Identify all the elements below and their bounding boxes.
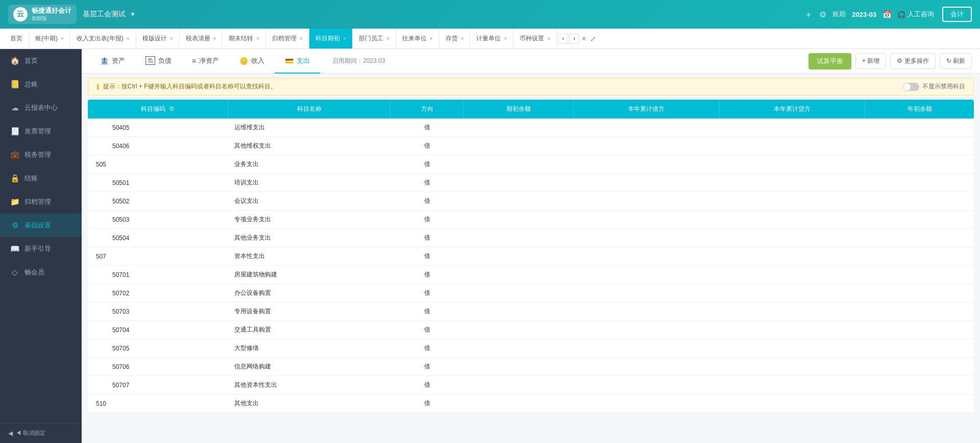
tab-close-icon[interactable]: × xyxy=(430,36,433,41)
sidebar-label-tax: 税务管理 xyxy=(24,150,51,159)
tab-close-icon[interactable]: × xyxy=(170,36,173,41)
sidebar-label-closing: 结账 xyxy=(24,174,38,183)
tab-inventory[interactable]: 存货 × xyxy=(439,29,471,49)
tab-next-button[interactable]: › xyxy=(569,34,579,44)
add-company-button[interactable]: ＋ xyxy=(804,8,813,20)
sub-tab-equity[interactable]: ≡ 净资产 xyxy=(182,49,229,74)
sidebar-item-closing[interactable]: 🔒 结账 xyxy=(0,167,82,190)
toggle-disabled-label: 不显示禁用科目 xyxy=(922,82,965,91)
cell-name: 大型修缮 xyxy=(228,339,390,358)
sidebar-item-member[interactable]: ◇ 畅会员 xyxy=(0,261,82,284)
sub-tab-asset[interactable]: 🏦 资产 xyxy=(90,49,135,74)
add-button[interactable]: + 新增 xyxy=(855,53,886,69)
tab-close-icon[interactable]: × xyxy=(256,36,259,41)
sidebar-item-archive[interactable]: 📁 归档管理 xyxy=(0,190,82,214)
tab-expand-button[interactable]: ⤢ xyxy=(588,35,598,43)
tab-home[interactable]: 首页 xyxy=(4,29,29,49)
sub-tab-liability[interactable]: 负 负债 xyxy=(135,49,182,74)
tab-tax[interactable]: 税表清册 × xyxy=(180,29,223,49)
cell-debit-ytd xyxy=(574,174,719,192)
tab-archive[interactable]: 归档管理 × xyxy=(266,29,309,49)
more-button[interactable]: ⚙ 更多操作 xyxy=(890,53,935,69)
sidebar-item-tax[interactable]: 💼 税务管理 xyxy=(0,143,82,167)
tab-close-icon[interactable]: × xyxy=(61,36,64,41)
tab-dept-employee[interactable]: 部门员工 × xyxy=(353,29,396,49)
tab-contacts[interactable]: 往来单位 × xyxy=(396,29,439,49)
tab-period-end[interactable]: 期末结转 × xyxy=(223,29,266,49)
sub-tabs: 🏦 资产 负 负债 ≡ 净资产 🪙 收入 💳 支出 启用期间：2023.03 试… xyxy=(82,49,980,74)
table-row[interactable]: 50502会议支出借 xyxy=(88,192,974,211)
table-row[interactable]: 507资本性支出借 xyxy=(88,247,974,266)
refresh-button[interactable]: ↻ 刷新 xyxy=(940,53,972,69)
closing-icon: 🔒 xyxy=(10,174,19,183)
tab-subject-init[interactable]: 科目期初 × xyxy=(309,29,353,49)
tab-prev-button[interactable]: ‹ xyxy=(558,34,568,44)
table-row[interactable]: 50704交通工具购置借 xyxy=(88,321,974,339)
sub-tab-income[interactable]: 🪙 收入 xyxy=(229,49,275,74)
table-row[interactable]: 50707其他资本性支出借 xyxy=(88,376,974,394)
tab-close-icon[interactable]: × xyxy=(343,36,346,41)
table-row[interactable]: 505业务支出借 xyxy=(88,155,974,174)
table-row[interactable]: 50406其他维权支出借 xyxy=(88,137,974,155)
table-row[interactable]: 50501培训支出借 xyxy=(88,174,974,192)
table-row[interactable]: 50703专用设备购置借 xyxy=(88,302,974,321)
balance-button[interactable]: 试算平衡 xyxy=(808,53,851,69)
sidebar-item-invoice[interactable]: 🧾 发票管理 xyxy=(0,120,82,143)
table-row[interactable]: 50701房屋建筑物购建借 xyxy=(88,266,974,284)
tab-close-icon[interactable]: × xyxy=(461,36,464,41)
cell-code: 50701 xyxy=(88,266,228,284)
period-info: 启用期间：2023.03 xyxy=(332,57,385,65)
cell-debit-ytd xyxy=(574,321,719,339)
cell-direction: 借 xyxy=(390,211,464,229)
settings-icon[interactable]: ⚙ xyxy=(819,10,826,19)
account-button[interactable]: 会计 xyxy=(942,7,972,22)
sidebar-item-ledger[interactable]: 📒 总账 xyxy=(0,73,82,96)
table-row[interactable]: 50706信息网络购建借 xyxy=(88,358,974,376)
table-row[interactable]: 50705大型修缮借 xyxy=(88,339,974,358)
tab-close-all-button[interactable]: × xyxy=(579,34,588,43)
tab-close-icon[interactable]: × xyxy=(547,36,550,41)
tab-mid-period[interactable]: 账(中期) × xyxy=(29,29,70,49)
cell-code: 50504 xyxy=(88,229,228,247)
hint-icon: ℹ xyxy=(96,83,99,91)
period-calendar-icon[interactable]: 📅 xyxy=(883,10,891,18)
archive-icon: 📁 xyxy=(10,197,19,206)
app-logo[interactable]: 云 畅捷通好会计 旗舰版 xyxy=(8,5,77,24)
sidebar-item-home[interactable]: 🏠 首页 xyxy=(0,49,82,73)
sidebar-item-settings[interactable]: ⚙ 基础设置 xyxy=(0,214,82,237)
table-row[interactable]: 50504其他业务支出借 xyxy=(88,229,974,247)
table-row[interactable]: 50702办公设备购置借 xyxy=(88,284,974,302)
company-dropdown-icon[interactable]: ▼ xyxy=(130,11,136,18)
tab-close-icon[interactable]: × xyxy=(213,36,216,41)
tab-income-annual[interactable]: 收入支出表(年报) × xyxy=(70,29,136,49)
cell-debit-ytd xyxy=(574,284,719,302)
col-debit-ytd: 本年累计借方 xyxy=(574,100,719,119)
sidebar-collapse-button[interactable]: ◀ ◀ 取消固定 xyxy=(8,429,74,437)
sidebar-item-guide[interactable]: 📖 新手引导 xyxy=(0,237,82,261)
tab-close-icon[interactable]: × xyxy=(504,36,507,41)
sidebar-item-report[interactable]: ☁ 云报表中心 xyxy=(0,96,82,120)
table-row[interactable]: 510其他支出借 xyxy=(88,394,974,413)
cell-direction: 借 xyxy=(390,247,464,266)
cell-year-begin xyxy=(865,321,974,339)
sub-tab-expense[interactable]: 💳 支出 xyxy=(275,49,320,74)
cell-balance xyxy=(464,358,574,376)
tab-close-icon[interactable]: × xyxy=(127,36,130,41)
cell-year-begin xyxy=(865,229,974,247)
table-row[interactable]: 50503专项业务支出借 xyxy=(88,211,974,229)
tab-close-icon[interactable]: × xyxy=(300,36,303,41)
tab-currency[interactable]: 币种设置 × xyxy=(513,29,557,49)
tab-template[interactable]: 模版设计 × xyxy=(136,29,180,49)
toggle-disabled-switch[interactable] xyxy=(903,83,919,91)
tab-close-icon[interactable]: × xyxy=(386,36,389,41)
cell-direction: 借 xyxy=(390,229,464,247)
tab-unit[interactable]: 计量单位 × xyxy=(470,29,513,49)
toolbar: 试算平衡 + 新增 ⚙ 更多操作 ↻ 刷新 xyxy=(808,53,972,69)
table-row[interactable]: 50405运维维支出借 xyxy=(88,119,974,137)
cell-code: 50501 xyxy=(88,174,228,192)
col-settings-icon[interactable]: ⚙ xyxy=(169,105,175,112)
cell-credit-ytd xyxy=(719,284,865,302)
cell-credit-ytd xyxy=(719,247,865,266)
cell-direction: 借 xyxy=(390,284,464,302)
help-button[interactable]: 🎧 人工咨询 xyxy=(897,10,934,19)
